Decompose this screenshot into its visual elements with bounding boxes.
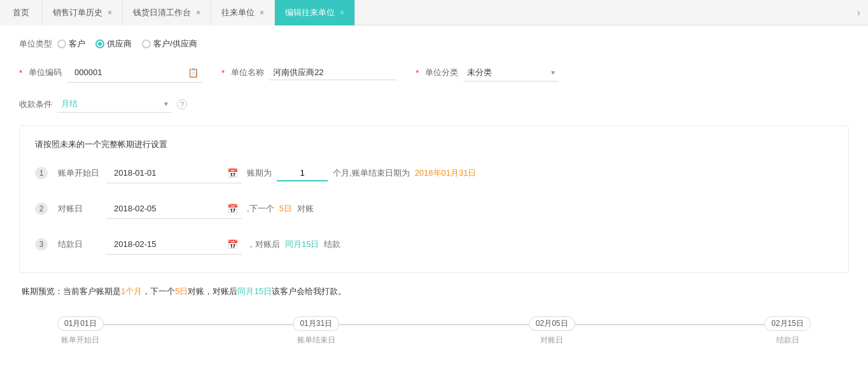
reconcile-date-calendar-icon[interactable]: 📅 (227, 204, 238, 214)
timeline-badge-1: 01月31日 (293, 316, 339, 331)
period-row-2: 2 对账日 📅 ,下一个 5日 对账 (35, 199, 833, 219)
unit-type-group: 单位类型 客户 供应商 客户/供应商 (19, 38, 197, 50)
tab-sales-history-label: 销售订单历史 (53, 7, 102, 18)
period-num-1: 1 (35, 167, 48, 179)
period-suffix-label-1: 账期为 (247, 167, 272, 179)
period-row3-prefix: ，对账后 (247, 239, 280, 250)
payment-terms-select[interactable]: 月结 ▾ (57, 95, 172, 113)
period-month-unit: 个月,账单结束日期为 (333, 167, 410, 179)
tab-bar: 首页 销售订单历史 × 钱货日清工作台 × 往来单位 × 编辑往来单位 × › (0, 0, 868, 25)
payment-terms-value: 月结 (61, 98, 162, 109)
reconcile-date-input[interactable] (110, 201, 225, 216)
radio-customer[interactable]: 客户 (57, 38, 85, 50)
payment-date-calendar-icon[interactable]: 📅 (227, 239, 238, 250)
unit-category-value: 未分类 (467, 67, 549, 78)
radio-supplier-circle (95, 39, 104, 48)
tab-partners-close[interactable]: × (260, 8, 264, 17)
radio-both-label: 客户/供应商 (153, 38, 197, 50)
period-num-2: 2 (35, 202, 48, 215)
period-row2-suffix: 对账 (297, 203, 314, 215)
preview-text: 账期预览：当前客户账期是1个月，下一个5日对账，对账后同月15日该客户会给我打款… (19, 286, 849, 297)
unit-category-label: 单位分类 (425, 67, 458, 78)
preview-teal: 同月15日 (237, 286, 271, 296)
unit-info-row: * 单位编码 📋 * 单位名称 * 单位分类 未分类 ▾ (19, 62, 849, 83)
period-date-2: 📅 ,下一个 5日 对账 (106, 199, 314, 219)
payment-date-input[interactable] (110, 237, 225, 251)
preview-orange1: 1个月 (121, 286, 142, 296)
period-label-1: 账单开始日 (58, 167, 96, 179)
timeline-badge-0: 01月01日 (57, 316, 104, 331)
unit-name-star: * (221, 68, 225, 78)
unit-name-label: 单位名称 (231, 67, 264, 78)
help-icon[interactable]: ? (177, 99, 187, 109)
timeline-badge-2: 02月05日 (529, 316, 575, 331)
unit-code-input-wrapper: 📋 (67, 62, 202, 83)
timeline-items: 01月01日 账单开始日 01月31日 账单结束日 02月05日 对账日 02月… (57, 316, 811, 346)
timeline-label-2: 对账日 (540, 335, 563, 346)
period-row-3: 3 结款日 📅 ，对账后 同月15日 结款 (35, 234, 833, 255)
unit-code-input[interactable] (71, 65, 185, 80)
timeline-label-3: 结款日 (776, 335, 799, 346)
unit-category-select[interactable]: 未分类 ▾ (463, 64, 559, 81)
start-date-input[interactable] (110, 165, 225, 180)
timeline-item-1: 01月31日 账单结束日 (293, 316, 339, 346)
period-date-1: 📅 账期为 个月,账单结束日期为 2018年01月31日 (106, 163, 476, 183)
tab-edit-partner-label: 编辑往来单位 (285, 7, 335, 18)
tab-partners[interactable]: 往来单位 × (211, 0, 275, 25)
unit-code-star: * (19, 68, 22, 78)
tab-daily-clear-label: 钱货日清工作台 (133, 7, 191, 18)
payment-terms-label: 收款条件 (19, 99, 52, 110)
period-date-input-1: 📅 (106, 163, 242, 183)
tab-daily-clear[interactable]: 钱货日清工作台 × (123, 0, 211, 25)
period-label-2: 对账日 (58, 203, 96, 215)
timeline-item-0: 01月01日 账单开始日 (57, 316, 104, 346)
period-date-3: 📅 ，对账后 同月15日 结款 (106, 234, 340, 255)
unit-category-group: * 单位分类 未分类 ▾ (416, 64, 559, 81)
unit-code-label: 单位编码 (29, 67, 62, 78)
tab-partners-label: 往来单位 (221, 7, 255, 18)
period-row3-suffix: 结款 (324, 239, 340, 250)
main-content: 单位类型 客户 供应商 客户/供应商 * 单位编码 (0, 25, 868, 387)
unit-code-group: * 单位编码 📋 (19, 62, 202, 83)
radio-supplier-label: 供应商 (107, 38, 132, 50)
period-date-input-3: 📅 (106, 234, 242, 255)
tab-edit-partner[interactable]: 编辑往来单位 × (275, 0, 355, 25)
radio-customer-circle (57, 39, 66, 48)
tab-daily-clear-close[interactable]: × (196, 8, 200, 17)
tab-scroll-right[interactable]: › (850, 7, 868, 18)
radio-both-circle (142, 39, 151, 48)
period-row2-prefix: ,下一个 (247, 203, 274, 215)
radio-customer-label: 客户 (69, 38, 85, 50)
tab-sales-history[interactable]: 销售订单历史 × (43, 0, 123, 25)
period-row-1: 1 账单开始日 📅 账期为 个月,账单结束日期为 2018年01月31日 (35, 163, 833, 183)
payment-terms-row: 收款条件 月结 ▾ ? (19, 95, 849, 113)
unit-type-row: 单位类型 客户 供应商 客户/供应商 (19, 38, 849, 50)
timeline-item-3: 02月15日 结款日 (764, 316, 811, 346)
unit-name-input[interactable] (269, 65, 396, 80)
period-settings-title: 请按照未来的一个完整帐期进行设置 (35, 139, 833, 150)
period-date-input-2: 📅 (106, 199, 242, 219)
period-num-3: 3 (35, 238, 48, 251)
preview-middle2: 对账，对账后 (188, 286, 237, 296)
tab-home-label: 首页 (13, 7, 29, 18)
tab-home[interactable]: 首页 (0, 0, 43, 25)
start-date-calendar-icon[interactable]: 📅 (227, 168, 238, 178)
preview-prefix: 账期预览：当前客户账期是 (22, 286, 121, 296)
unit-code-icon[interactable]: 📋 (188, 67, 199, 78)
period-row2-orange: 5日 (279, 203, 292, 215)
unit-type-label: 单位类型 (19, 38, 52, 50)
month-input[interactable] (277, 165, 328, 181)
preview-suffix: 该客户会给我打款。 (272, 286, 346, 296)
unit-type-radio-group: 客户 供应商 客户/供应商 (57, 38, 197, 50)
radio-both[interactable]: 客户/供应商 (142, 38, 197, 50)
tab-sales-history-close[interactable]: × (108, 8, 112, 17)
period-label-3: 结款日 (58, 239, 96, 250)
radio-supplier[interactable]: 供应商 (95, 38, 132, 50)
timeline-label-1: 账单结束日 (297, 335, 335, 346)
unit-name-group: * 单位名称 (221, 65, 396, 80)
tab-edit-partner-close[interactable]: × (340, 8, 344, 17)
preview-orange2: 5日 (175, 286, 188, 296)
unit-category-star: * (416, 68, 419, 78)
period-end-date-highlight: 2018年01月31日 (415, 167, 477, 179)
period-settings-box: 请按照未来的一个完整帐期进行设置 1 账单开始日 📅 账期为 个月,账单结束日期… (19, 125, 849, 273)
